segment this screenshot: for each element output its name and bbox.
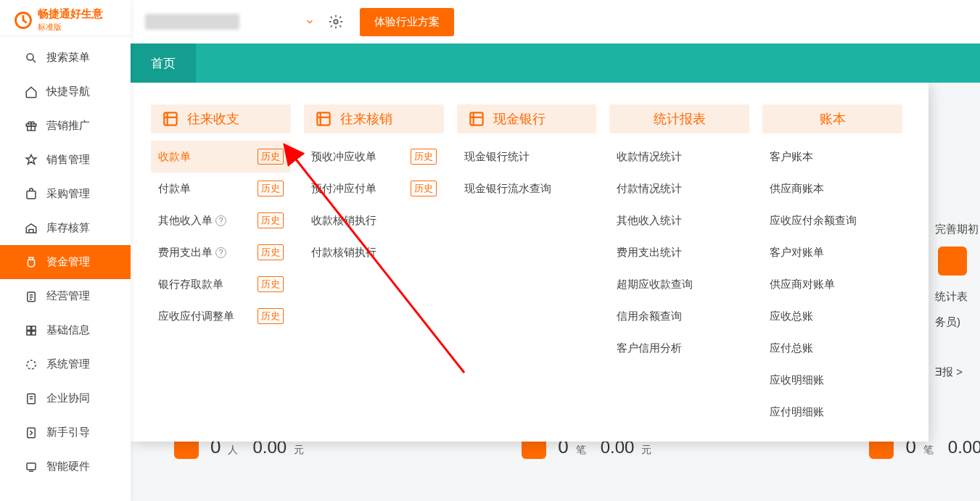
megamenu-item-label: 超期应收款查询 [617,278,693,291]
sheet-icon [467,109,486,128]
megamenu-item[interactable]: 现金银行统计 [457,141,597,173]
nav-item-purchase[interactable]: 采购管理 [0,177,131,211]
megamenu-item-label: 其他收入单 [158,214,213,228]
nav-item-marketing[interactable]: 营销推广 [0,109,131,143]
megamenu-item[interactable]: 供应商账本 [762,173,902,204]
experience-button[interactable]: 体验行业方案 [360,8,454,36]
megamenu-item-left: 其他收入单? [158,214,226,228]
nav-item-system[interactable]: 系统管理 [0,347,131,381]
megamenu-column: 往来核销预收冲应收单历史预付冲应付单历史收款核销执行付款核销执行 [304,104,457,428]
nav-item-operation[interactable]: 经营管理 [0,279,131,313]
megamenu-item-label: 客户对账单 [770,246,824,260]
megamenu-item-label: 其他收入统计 [617,214,682,228]
main-area: 完善期初 统计表 务员) ∃报 > 往来收支收款单历史付款单历史其他收入单?历史… [131,83,980,501]
brand-logo-icon [13,10,33,30]
history-tag[interactable]: 历史 [258,308,284,324]
side-icon[interactable] [938,247,967,276]
side-tag: 统计表 [932,284,980,310]
brand-block: 畅捷通好生意 标准版 [0,0,131,36]
megamenu-item[interactable]: 现金银行流水查询 [457,173,597,204]
megamenu-item[interactable]: 收款单历史 [151,141,291,173]
megamenu-item[interactable]: 客户账本 [762,141,902,173]
svg-rect-7 [32,326,36,330]
side-tag: 完善期初 [932,217,980,242]
megamenu-item[interactable]: 应付明细账 [762,396,902,428]
history-tag[interactable]: 历史 [411,149,437,165]
megamenu-item[interactable]: 收款情况统计 [609,141,749,173]
megamenu-item[interactable]: 费用支出统计 [609,236,749,268]
megamenu-header-title: 账本 [820,110,846,128]
stat-suffix: 元 [294,444,304,457]
grid-icon [25,324,38,337]
nav-item-guide[interactable]: 新手引导 [0,415,131,450]
nav-item-finance[interactable]: 资金管理 [0,245,131,279]
megamenu-item[interactable]: 超期应收款查询 [609,268,749,300]
history-tag[interactable]: 历史 [258,244,284,260]
megamenu-item[interactable]: 供应商对账单 [762,268,902,300]
megamenu-item[interactable]: 应收明细账 [762,364,902,396]
megamenu-item[interactable]: 应收应付余额查询 [762,204,902,236]
megamenu-item[interactable]: 银行存取款单历史 [151,268,291,300]
nav-item-collab[interactable]: 企业协同 [0,381,131,415]
megamenu-item-left: 其他收入统计 [617,214,682,228]
megamenu-item-label: 信用余额查询 [617,310,682,323]
cart-icon [25,188,38,201]
nav-item-quicknav[interactable]: 快捷导航 [0,75,131,109]
nav-label: 销售管理 [46,153,90,167]
megamenu-header: 统计报表 [609,104,749,133]
megamenu-item-left: 客户账本 [770,150,813,164]
help-icon[interactable]: ? [215,247,226,258]
company-selector[interactable] [145,14,315,30]
nav-item-hardware[interactable]: 智能硬件 [0,450,131,484]
nav-item-inventory[interactable]: 库存核算 [0,211,131,245]
megamenu-item-label: 付款情况统计 [617,182,682,196]
history-tag[interactable]: 历史 [258,149,284,165]
history-tag[interactable]: 历史 [411,181,437,196]
megamenu-item[interactable]: 信用余额查询 [609,300,749,332]
megamenu-column: 往来收支收款单历史付款单历史其他收入单?历史费用支出单?历史银行存取款单历史应收… [151,104,304,428]
megamenu-item-label: 费用支出单 [158,246,213,260]
megamenu-item-label: 预付冲应付单 [311,182,376,196]
megamenu-item-left: 付款核销执行 [311,246,376,260]
megamenu-header-title: 往来收支 [187,110,239,128]
tab-home[interactable]: 首页 [131,44,196,83]
svg-rect-9 [32,331,36,334]
megamenu-item[interactable]: 预付冲应付单历史 [304,173,444,204]
megamenu-item-label: 收款单 [158,150,191,164]
nav-item-search[interactable]: 搜索菜单 [0,41,131,75]
megamenu-item[interactable]: 应付总账 [762,332,902,364]
svg-rect-13 [27,463,36,469]
megamenu-item-left: 现金银行流水查询 [464,182,551,196]
sheet-icon [314,109,333,128]
megamenu-item[interactable]: 费用支出单?历史 [151,236,291,268]
megamenu-item[interactable]: 收款核销执行 [304,204,444,236]
megamenu-item[interactable]: 客户对账单 [762,236,902,268]
nav-item-sales[interactable]: 销售管理 [0,143,131,177]
nav-label: 经营管理 [46,289,90,303]
megamenu-item[interactable]: 预收冲应收单历史 [304,141,444,173]
megamenu-item-label: 供应商对账单 [770,278,835,291]
svg-rect-16 [317,112,329,125]
megamenu-item[interactable]: 其他收入统计 [609,204,749,236]
megamenu-header-title: 统计报表 [654,110,706,128]
megamenu-item[interactable]: 其他收入单?历史 [151,204,291,236]
gear-icon[interactable] [328,14,344,30]
nav-label: 快捷导航 [46,85,90,99]
megamenu-item-left: 应收总账 [770,310,813,323]
history-tag[interactable]: 历史 [258,181,284,196]
megamenu-item[interactable]: 客户信用分析 [609,332,749,364]
megamenu-item-label: 应收总账 [770,310,813,323]
megamenu-item-left: 供应商账本 [770,182,824,196]
help-icon[interactable]: ? [215,215,226,226]
history-tag[interactable]: 历史 [258,212,284,228]
megamenu-item[interactable]: 应收应付调整单历史 [151,300,291,332]
stat-unit: 笔 [923,444,934,457]
megamenu-item[interactable]: 付款情况统计 [609,173,749,204]
megamenu-item[interactable]: 应收总账 [762,300,902,332]
side-tags: 完善期初 统计表 务员) ∃报 > [932,217,980,385]
history-tag[interactable]: 历史 [258,276,284,292]
nav-item-basedata[interactable]: 基础信息 [0,313,131,347]
megamenu-item-label: 收款情况统计 [617,150,682,164]
megamenu-item[interactable]: 付款单历史 [151,173,291,204]
megamenu-item[interactable]: 付款核销执行 [304,236,444,268]
